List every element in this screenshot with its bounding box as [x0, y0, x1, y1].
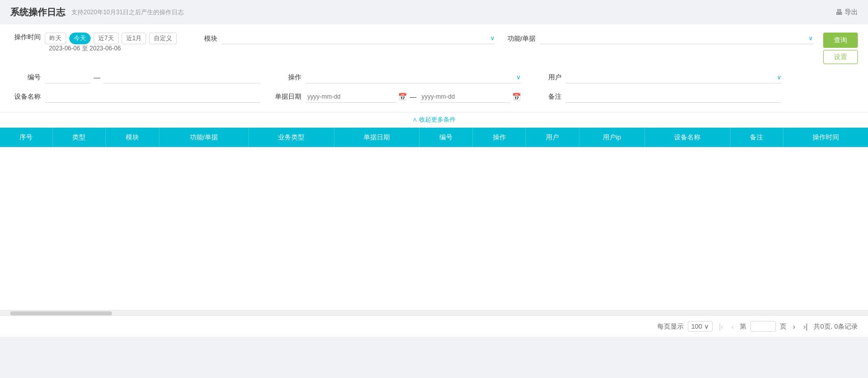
export-icon: 🖶 [835, 8, 843, 16]
col-operation: 操作 [472, 128, 525, 147]
col-module: 模块 [106, 128, 159, 147]
time-btn-yesterday[interactable]: 昨天 [45, 33, 66, 44]
operation-group: 操作 ∨ [271, 72, 521, 83]
pagination-bar: 每页显示 100 ∨ |‹ ‹ 第 1 页 › ›| 共0页, 0条记录 [0, 316, 868, 337]
user-group: 用户 ∨ [531, 72, 781, 83]
calendar-start-icon[interactable]: 📅 [398, 93, 407, 101]
col-function: 功能/单据 [159, 128, 248, 147]
col-device: 设备名称 [645, 128, 730, 147]
module-dropdown-icon: ∨ [490, 35, 495, 42]
col-seq: 序号 [0, 128, 52, 147]
time-btn-today[interactable]: 今天 [69, 33, 91, 44]
device-group: 设备名称 [10, 91, 261, 103]
empty-area [0, 147, 868, 310]
first-page-button[interactable]: |‹ [717, 322, 725, 332]
time-label: 操作时间 [10, 33, 41, 42]
page-unit: 页 [780, 322, 787, 331]
next-page-button[interactable]: › [791, 322, 797, 332]
voucher-date-end-input[interactable] [419, 91, 510, 103]
time-buttons: 昨天 今天 近7天 近1月 自定义 [45, 33, 177, 44]
collapse-icon: ∧ [412, 116, 417, 123]
page-title-area: 系统操作日志 支持2020年10月31日之后产生的操作日志 [10, 6, 184, 18]
export-label: 导出 [845, 8, 858, 17]
total-label: 共0页, 0条记录 [814, 322, 858, 331]
page-size-label: 每页显示 [657, 322, 684, 331]
voucher-date-start-input[interactable] [305, 91, 396, 103]
module-select[interactable]: ∨ [221, 33, 495, 44]
scrollbar-thumb[interactable] [10, 311, 112, 315]
user-dropdown-icon: ∨ [777, 74, 781, 81]
time-btn-1month[interactable]: 近1月 [122, 33, 147, 44]
table-container: 序号 类型 模块 功能/单据 业务类型 单据日期 编号 操作 用户 用户ip 设… [0, 128, 868, 310]
last-page-button[interactable]: ›| [801, 322, 809, 332]
number-end-input[interactable] [103, 71, 261, 83]
col-voucher-date: 单据日期 [334, 128, 419, 147]
module-group: 模块 ∨ [187, 33, 495, 44]
prev-page-button[interactable]: ‹ [730, 322, 736, 332]
page-size-arrow: ∨ [704, 323, 709, 330]
function-label: 功能/单据 [505, 34, 536, 43]
function-group: 功能/单据 ∨ [505, 33, 813, 44]
remark-label: 备注 [531, 92, 562, 101]
calendar-end-icon[interactable]: 📅 [512, 93, 521, 101]
module-label: 模块 [187, 34, 217, 43]
col-number: 编号 [419, 128, 472, 147]
voucher-date-start: 📅 [305, 91, 407, 103]
page-size-value: 100 [691, 323, 703, 330]
user-label: 用户 [531, 73, 562, 82]
number-group: 编号 — [10, 71, 261, 83]
time-btn-7days[interactable]: 近7天 [94, 33, 119, 44]
filter-panel: 操作时间 昨天 今天 近7天 近1月 自定义 2023-06-06 至 2023… [0, 24, 868, 112]
remark-group: 备注 [531, 91, 781, 103]
col-type: 类型 [52, 128, 105, 147]
operation-select[interactable]: ∨ [305, 72, 521, 83]
data-table: 序号 类型 模块 功能/单据 业务类型 单据日期 编号 操作 用户 用户ip 设… [0, 128, 868, 147]
time-range: 2023-06-06 至 2023-06-06 [49, 44, 177, 53]
device-input[interactable] [45, 91, 261, 103]
col-user-ip: 用户ip [579, 128, 645, 147]
operation-label: 操作 [271, 73, 301, 82]
query-button[interactable]: 查询 [823, 33, 858, 48]
function-dropdown-icon: ∨ [808, 35, 813, 42]
collapse-label: 收起更多条件 [419, 116, 456, 123]
time-btn-custom[interactable]: 自定义 [149, 33, 177, 44]
settings-button[interactable]: 设置 [823, 50, 858, 64]
voucher-date-end: 📅 [419, 91, 521, 103]
voucher-date-label: 单据日期 [271, 92, 301, 101]
user-select[interactable]: ∨ [566, 72, 781, 83]
page-header: 系统操作日志 支持2020年10月31日之后产生的操作日志 🖶 导出 [0, 0, 868, 24]
operation-dropdown-icon: ∨ [516, 74, 521, 81]
page-label: 第 [740, 322, 746, 331]
page-subtitle: 支持2020年10月31日之后产生的操作日志 [71, 8, 184, 17]
number-start-input[interactable] [45, 71, 91, 83]
page-size-select[interactable]: 100 ∨ [688, 321, 713, 332]
function-select[interactable]: ∨ [540, 33, 813, 44]
export-button[interactable]: 🖶 导出 [835, 8, 858, 17]
collapse-bar[interactable]: ∧ 收起更多条件 [0, 112, 868, 128]
number-label: 编号 [10, 73, 41, 82]
remark-input[interactable] [566, 91, 781, 103]
table-header: 序号 类型 模块 功能/单据 业务类型 单据日期 编号 操作 用户 用户ip 设… [0, 128, 868, 147]
voucher-date-group: 单据日期 📅 — 📅 [271, 91, 521, 103]
col-op-time: 操作时间 [783, 128, 868, 147]
page-number-input[interactable]: 1 [750, 321, 776, 332]
scrollbar-area[interactable] [0, 310, 868, 316]
page-title: 系统操作日志 [10, 6, 65, 18]
device-label: 设备名称 [10, 92, 41, 101]
col-biz-type: 业务类型 [249, 128, 334, 147]
action-buttons: 查询 设置 [823, 33, 858, 64]
col-user: 用户 [526, 128, 579, 147]
col-remark: 备注 [730, 128, 783, 147]
